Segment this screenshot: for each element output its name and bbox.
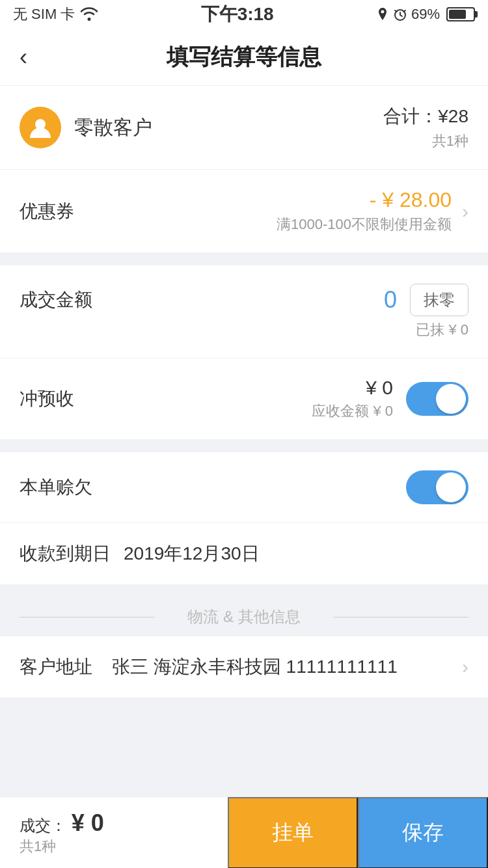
logistics-line-left bbox=[20, 617, 155, 617]
wifi-icon bbox=[80, 7, 98, 21]
transaction-label: 成交金额 bbox=[20, 288, 92, 312]
nav-bar: ‹ 填写结算等信息 bbox=[0, 29, 488, 86]
prereceive-right: ¥ 0 应收金额 ¥ 0 bbox=[312, 377, 468, 421]
debt-label: 本单赊欠 bbox=[20, 475, 92, 500]
transaction-sub: 已抹 ¥ 0 bbox=[20, 320, 468, 340]
transaction-right: 0 抹零 bbox=[384, 284, 468, 316]
save-button[interactable]: 保存 bbox=[358, 797, 488, 869]
total-amount: 合计：¥28 bbox=[383, 104, 468, 129]
prereceive-row: 冲预收 ¥ 0 应收金额 ¥ 0 bbox=[0, 359, 488, 439]
bottom-bar: 成交： ¥ 0 共1种 挂单 保存 bbox=[0, 796, 488, 868]
debt-row: 本单赊欠 bbox=[0, 452, 488, 522]
coupon-right: - ¥ 28.00 满1000-100不限制使用金额 › bbox=[277, 188, 468, 234]
address-label: 客户地址 bbox=[20, 655, 92, 679]
avatar-icon bbox=[27, 115, 53, 141]
sim-signal: 无 SIM 卡 bbox=[13, 5, 75, 24]
prereceive-val-block: ¥ 0 应收金额 ¥ 0 bbox=[312, 377, 393, 421]
discount-amount: - ¥ 28.00 bbox=[277, 188, 452, 212]
content: 零散客户 合计：¥28 共1种 优惠券 - ¥ 28.00 满1000-100不… bbox=[0, 86, 488, 789]
page-title: 填写结算等信息 bbox=[167, 42, 321, 72]
debt-toggle-knob bbox=[436, 472, 466, 502]
status-time: 下午3:18 bbox=[201, 2, 274, 27]
customer-row: 零散客户 合计：¥28 共1种 bbox=[0, 86, 488, 169]
coupon-label: 优惠券 bbox=[20, 199, 74, 224]
debt-section: 本单赊欠 收款到期日 2019年12月30日 bbox=[0, 452, 488, 584]
transaction-row: 成交金额 0 抹零 已抹 ¥ 0 bbox=[0, 265, 488, 359]
bottom-left: 成交： ¥ 0 共1种 bbox=[0, 809, 228, 856]
address-row[interactable]: 客户地址 张三 海淀永丰科技园 11111111111 › bbox=[0, 636, 488, 698]
back-button[interactable]: ‹ bbox=[20, 44, 27, 71]
prereceive-toggle[interactable] bbox=[406, 382, 468, 416]
bottom-deal-count: 共1种 bbox=[20, 837, 208, 856]
prereceive-top: 冲预收 ¥ 0 应收金额 ¥ 0 bbox=[20, 377, 468, 421]
transaction-section: 成交金额 0 抹零 已抹 ¥ 0 冲预收 ¥ 0 应收金额 ¥ 0 bbox=[0, 265, 488, 439]
logistics-divider: 物流 & 其他信息 bbox=[0, 597, 488, 636]
due-date-label: 收款到期日 bbox=[20, 541, 111, 566]
coupon-value-block: - ¥ 28.00 满1000-100不限制使用金额 bbox=[277, 188, 452, 234]
transaction-top: 成交金额 0 抹零 bbox=[20, 284, 468, 316]
customer-avatar bbox=[20, 107, 61, 148]
address-section: 客户地址 张三 海淀永丰科技园 11111111111 › bbox=[0, 636, 488, 698]
bottom-deal-amount: ¥ 0 bbox=[72, 809, 104, 836]
due-date-row: 收款到期日 2019年12月30日 bbox=[0, 522, 488, 584]
debt-toggle[interactable] bbox=[406, 470, 468, 504]
logistics-line-right bbox=[333, 617, 468, 617]
bottom-deal-row: 成交： ¥ 0 bbox=[20, 809, 208, 837]
pending-button[interactable]: 挂单 bbox=[228, 797, 358, 869]
status-bar: 无 SIM 卡 下午3:18 69% bbox=[0, 0, 488, 29]
prereceive-label: 冲预收 bbox=[20, 387, 74, 411]
customer-name: 零散客户 bbox=[74, 115, 152, 141]
coupon-row[interactable]: 优惠券 - ¥ 28.00 满1000-100不限制使用金额 › bbox=[0, 169, 488, 252]
battery-percentage: 69% bbox=[411, 6, 440, 23]
transaction-value[interactable]: 0 bbox=[384, 286, 397, 314]
round-button[interactable]: 抹零 bbox=[410, 284, 468, 316]
address-chevron-icon: › bbox=[462, 656, 468, 678]
address-value: 张三 海淀永丰科技园 11111111111 bbox=[112, 655, 462, 679]
bottom-deal-label: 成交： bbox=[20, 817, 66, 834]
prereceive-amount: ¥ 0 bbox=[312, 377, 393, 399]
due-date-value: 2019年12月30日 bbox=[124, 541, 260, 566]
customer-right: 合计：¥28 共1种 bbox=[383, 104, 468, 151]
toggle-knob bbox=[436, 384, 466, 414]
discount-desc: 满1000-100不限制使用金额 bbox=[277, 215, 452, 234]
location-icon bbox=[376, 7, 389, 21]
customer-section: 零散客户 合计：¥28 共1种 优惠券 - ¥ 28.00 满1000-100不… bbox=[0, 86, 488, 252]
total-count: 共1种 bbox=[383, 131, 468, 151]
alarm-icon bbox=[393, 7, 407, 21]
status-right: 69% bbox=[376, 6, 475, 23]
customer-left: 零散客户 bbox=[20, 107, 152, 148]
status-left: 无 SIM 卡 bbox=[13, 5, 98, 24]
coupon-chevron-icon: › bbox=[462, 200, 468, 223]
logistics-text: 物流 & 其他信息 bbox=[187, 606, 300, 627]
prereceive-sub: 应收金额 ¥ 0 bbox=[312, 401, 393, 421]
battery-icon bbox=[446, 7, 475, 21]
